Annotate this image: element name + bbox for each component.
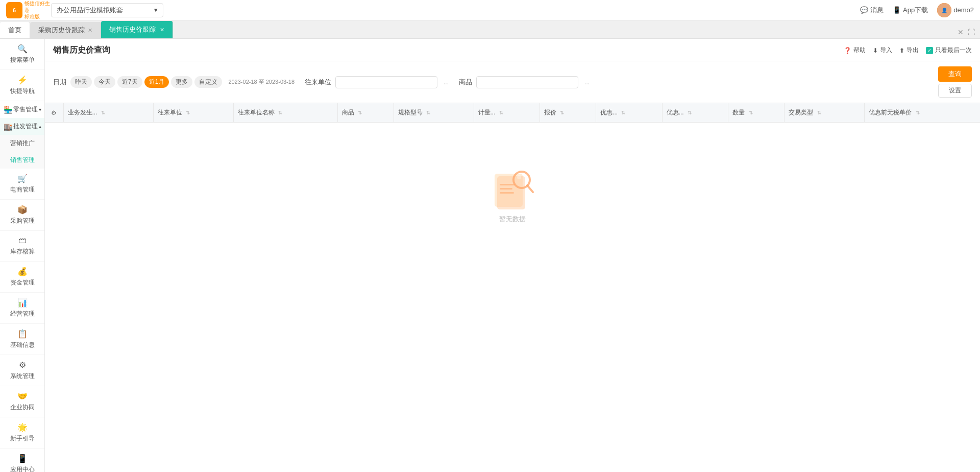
purchase-icon: 📦 (17, 205, 28, 215)
sidebar-item-ecommerce[interactable]: 🛒 电商管理 (0, 169, 44, 200)
nav-icon: ⚡ (17, 75, 28, 85)
close-all-icon[interactable]: ✕ (958, 28, 964, 36)
tab-sales-close-icon[interactable]: ✕ (160, 27, 164, 33)
product-dots[interactable]: ... (584, 79, 590, 86)
tab-sales-label: 销售历史价跟踪 (109, 25, 156, 34)
chevron-down-icon: ▾ (39, 107, 41, 112)
tab-home[interactable]: 首页 (0, 22, 30, 38)
table-header-quantity[interactable]: 数量 ⇅ (728, 103, 785, 123)
app-selector[interactable]: 办公用品行业模拟账套 ▾ (51, 3, 163, 17)
sidebar-item-quick-nav[interactable]: ⚡ 快捷导航 (0, 70, 44, 101)
filter-bar: 日期 昨天 今天 近7天 近1月 更多 自定义 2023-02-18 至 202… (45, 61, 980, 103)
tab-purchase-close-icon[interactable]: ✕ (88, 27, 92, 34)
empty-illustration (487, 163, 538, 215)
table-header-trade-type[interactable]: 交易类型 ⇅ (785, 103, 865, 123)
query-button[interactable]: 查询 (938, 66, 972, 82)
basic-icon: 📋 (17, 329, 28, 339)
sidebar-item-finance[interactable]: 💰 资金管理 (0, 262, 44, 293)
tab-purchase-history[interactable]: 采购历史价跟踪 ✕ (30, 22, 101, 38)
date-btn-last1m[interactable]: 近1月 (144, 76, 169, 88)
maximize-icon[interactable]: ⛶ (968, 28, 975, 36)
page-title-row: 销售历史价查询 ❓ 帮助 ⬇ 导入 ⬆ 导出 ✓ (53, 45, 972, 56)
date-btn-today[interactable]: 今天 (94, 76, 115, 88)
main-layout: 🔍 搜索菜单 ⚡ 快捷导航 🏪 零售管理 ▾ 🏬 批发管理 ▴ 营销推广 销售管… (0, 39, 980, 472)
logo-area: 6 畅捷信好生意 标准版 (6, 0, 51, 20)
only-last-checkbox[interactable]: ✓ 只看最后一次 (926, 46, 972, 55)
sidebar-item-enterprise[interactable]: 🤝 企业协同 (0, 386, 44, 417)
tab-sales-history[interactable]: 销售历史价跟踪 ✕ (101, 21, 173, 38)
help-icon: ❓ (844, 47, 851, 54)
partner-filter-label: 往来单位 (305, 78, 331, 87)
table-container: ⚙ 业务发生... ⇅ 往来单位 ⇅ 往来单位名称 ⇅ (45, 103, 980, 472)
tab-purchase-label: 采购历史价跟踪 (38, 26, 85, 35)
inventory-icon: 🗃 (18, 236, 27, 245)
product-filter-label: 商品 (459, 78, 472, 87)
table-header-settings[interactable]: ⚙ (45, 103, 63, 123)
settings-button[interactable]: 设置 (938, 84, 972, 98)
table-header-partner-code[interactable]: 往来单位 ⇅ (153, 103, 233, 123)
sort-icon: ⇅ (358, 110, 362, 115)
table-header-product[interactable]: 商品 ⇅ (337, 103, 394, 123)
partner-filter-group: 往来单位 ... (305, 76, 449, 88)
message-icon: 💬 (860, 6, 868, 14)
sidebar-item-sales-mgmt[interactable]: 销售管理 (0, 152, 44, 169)
table-header-pretax-price[interactable]: 优惠前无税单价 ⇅ (865, 103, 980, 123)
chevron-down-icon: ▾ (154, 6, 158, 14)
import-icon: ⬇ (873, 47, 878, 54)
partner-input[interactable] (335, 76, 437, 88)
help-button[interactable]: ❓ 帮助 (844, 46, 866, 55)
sidebar-item-guide[interactable]: 🌟 新手引导 (0, 417, 44, 449)
page-header: 销售历史价查询 ❓ 帮助 ⬇ 导入 ⬆ 导出 ✓ (45, 39, 980, 61)
app-icon: 📱 (17, 454, 28, 463)
app-selector-label: 办公用品行业模拟账套 (57, 6, 123, 15)
app-download-button[interactable]: 📱 App下载 (893, 6, 928, 15)
date-btn-last7[interactable]: 近7天 (117, 76, 142, 88)
table-body: 暂无数据 (45, 123, 980, 265)
sidebar-item-app-center[interactable]: 📱 应用中心 (0, 449, 44, 472)
date-btn-yesterday[interactable]: 昨天 (70, 76, 92, 88)
sidebar-item-retail-mgmt[interactable]: 🏪 零售管理 ▾ (0, 101, 44, 118)
sort-icon: ⇅ (101, 110, 105, 115)
sort-icon: ⇅ (621, 110, 625, 115)
date-btn-more[interactable]: 更多 (171, 76, 192, 88)
svg-rect-8 (500, 192, 514, 194)
table-header-quote[interactable]: 报价 ⇅ (540, 103, 596, 123)
sidebar-item-system[interactable]: ⚙ 系统管理 (0, 355, 44, 386)
export-icon: ⬆ (899, 47, 904, 54)
user-profile[interactable]: 👤 demo2 (937, 3, 974, 17)
product-filter-group: 商品 ... (459, 76, 590, 88)
sidebar-item-marketing[interactable]: 营销推广 (0, 135, 44, 152)
date-filter-label: 日期 (53, 78, 66, 87)
sidebar-item-purchase-mgmt[interactable]: 📦 采购管理 (0, 200, 44, 231)
partner-dots[interactable]: ... (444, 79, 449, 86)
tab-bar-actions: ✕ ⛶ (958, 28, 980, 38)
table-header-discount2[interactable]: 优惠... ⇅ (662, 103, 728, 123)
message-button[interactable]: 💬 消息 (860, 6, 884, 15)
table-header-spec[interactable]: 规格型号 ⇅ (394, 103, 474, 123)
ecommerce-icon: 🛒 (17, 174, 28, 183)
sort-icon: ⇅ (426, 110, 430, 115)
table-header-partner-name[interactable]: 往来单位名称 ⇅ (233, 103, 337, 123)
export-button[interactable]: ⬆ 导出 (899, 46, 919, 55)
sidebar-item-wholesale-mgmt[interactable]: 🏬 批发管理 ▴ (0, 118, 44, 135)
sidebar-item-inventory[interactable]: 🗃 库存核算 (0, 231, 44, 262)
sort-icon: ⇅ (278, 110, 282, 115)
empty-text: 暂无数据 (499, 215, 526, 224)
sidebar-item-search-menu[interactable]: 🔍 搜索菜单 (0, 39, 44, 70)
data-table: ⚙ 业务发生... ⇅ 往来单位 ⇅ 往来单位名称 ⇅ (45, 103, 980, 265)
sidebar-item-operations[interactable]: 📊 经营管理 (0, 293, 44, 324)
import-button[interactable]: ⬇ 导入 (873, 46, 892, 55)
date-options: 昨天 今天 近7天 近1月 更多 自定义 (70, 76, 222, 88)
table-header-biz-date[interactable]: 业务发生... ⇅ (63, 103, 153, 123)
date-btn-custom[interactable]: 自定义 (194, 76, 222, 88)
sort-icon: ⇅ (560, 110, 564, 115)
table-header-discount1[interactable]: 优惠... ⇅ (596, 103, 663, 123)
logo-text: 畅捷信好生意 标准版 (24, 0, 51, 20)
download-icon: 📱 (893, 6, 901, 14)
sidebar-item-basic-info[interactable]: 📋 基础信息 (0, 324, 44, 355)
product-input[interactable] (476, 76, 578, 88)
enterprise-icon: 🤝 (17, 391, 28, 401)
sort-icon: ⇅ (186, 110, 190, 115)
table-header-unit[interactable]: 计量... ⇅ (474, 103, 540, 123)
sort-icon: ⇅ (817, 110, 821, 115)
